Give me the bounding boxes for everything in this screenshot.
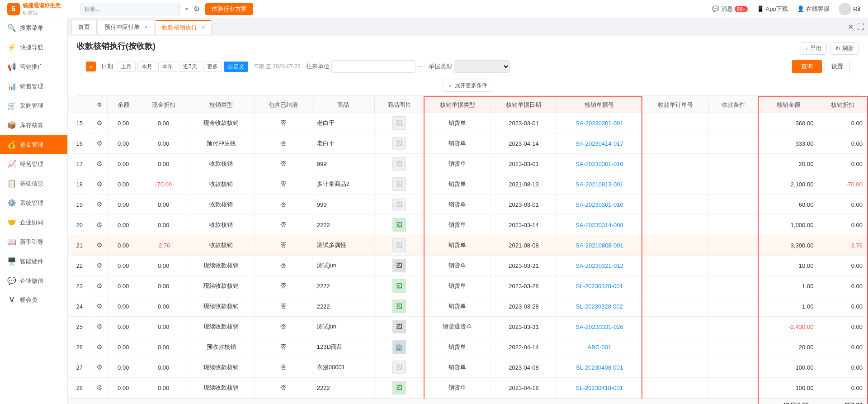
sidebar-item-sales[interactable]: 📊 销售管理 xyxy=(0,76,67,96)
sidebar-item-collab[interactable]: 🤝 企业协同 xyxy=(0,213,67,232)
online-service-button[interactable]: 👤 在线客服 xyxy=(797,5,830,13)
baodan-link[interactable]: SL-20230418-001 xyxy=(576,385,623,391)
sidebar-item-member[interactable]: V 畅会员 xyxy=(0,290,67,309)
td-xianjin: 0.00 xyxy=(139,154,188,174)
sidebar-item-label: 基础信息 xyxy=(20,180,43,188)
td-baodantype: 销货单 xyxy=(424,337,491,357)
maximize-button[interactable]: ⛶ xyxy=(857,23,864,31)
row-gear-icon[interactable]: ⚙ xyxy=(96,261,102,270)
td-baohan: 否 xyxy=(255,133,312,154)
row-gear-icon[interactable]: ⚙ xyxy=(96,180,102,188)
app-download-button[interactable]: 📱 App下载 xyxy=(757,5,788,13)
table-container[interactable]: ⚙ 余额 现金折扣 核销类型 包含已结清 商品 商品图片 核销单据类型 核销单据… xyxy=(68,96,868,404)
row-gear-icon[interactable]: ⚙ xyxy=(96,323,102,331)
sidebar-item-inventory[interactable]: 📦 库存核算 xyxy=(0,115,67,135)
inventory-icon: 📦 xyxy=(7,121,16,129)
message-button[interactable]: 💬 消息 99+ xyxy=(712,5,748,13)
type-select[interactable] xyxy=(454,60,510,73)
date-btn-more[interactable]: 更多 xyxy=(203,62,222,72)
user-profile[interactable]: Rit xyxy=(839,3,861,15)
tab-home[interactable]: 首页 xyxy=(71,20,97,34)
table-row: 23 ⚙ 0.00 0.00 现续收款核销 否 2222 🖼 销货单 2023-… xyxy=(68,276,868,296)
tab-label: 预付冲应付单 xyxy=(104,23,140,31)
baodan-link[interactable]: SL-20230328-002 xyxy=(576,303,623,310)
sidebar-item-search[interactable]: 🔍 搜索菜单 xyxy=(0,18,67,38)
sidebar-item-marketing[interactable]: 📢 营销推广 xyxy=(0,57,67,76)
row-gear-icon[interactable]: ⚙ xyxy=(96,119,102,127)
tab-prepay[interactable]: 预付冲应付单 × xyxy=(98,20,154,34)
td-hexiaodiscount: 0.00 xyxy=(818,337,868,357)
marketing-icon: 📢 xyxy=(7,62,16,71)
trial-button[interactable]: 体验行业方案 xyxy=(205,3,253,15)
sidebar-item-purchase[interactable]: 🛒 采购管理 xyxy=(0,96,67,115)
baodan-link[interactable]: SA-20230414-017 xyxy=(576,140,623,147)
expand-icon: ∨ xyxy=(448,83,452,88)
search-input[interactable] xyxy=(80,3,180,15)
table-row: 18 ⚙ 0.00 -70.00 收款核销 否 多计量商品2 🖼 销货单 202… xyxy=(68,174,868,195)
table-row: 26 ⚙ 0.00 0.00 预收款核销 否 123D商品 🏢 销货单 2022… xyxy=(68,337,868,357)
td-baohan: 否 xyxy=(255,337,312,357)
tab-close-collection[interactable]: × xyxy=(202,24,205,31)
row-gear-icon[interactable]: ⚙ xyxy=(96,384,102,392)
date-btn-7days[interactable]: 近7天 xyxy=(179,62,201,72)
baodan-link[interactable]: ABC-001 xyxy=(587,344,611,351)
td-hexiaodiscount: -70.00 xyxy=(818,174,868,195)
baodan-link[interactable]: SA-20230321-012 xyxy=(576,262,623,269)
date-btn-last-month[interactable]: 上月 xyxy=(117,62,136,72)
baodan-link[interactable]: SL-20230408-001 xyxy=(576,364,623,371)
sidebar-item-basic[interactable]: 📋 基础信息 xyxy=(0,174,67,193)
row-gear-icon[interactable]: ⚙ xyxy=(96,200,102,209)
sidebar-item-label: 采购管理 xyxy=(20,102,43,110)
row-gear-icon[interactable]: ⚙ xyxy=(96,139,102,147)
th-settings: ⚙ xyxy=(91,97,108,113)
baodan-link[interactable]: SA-20210808-001 xyxy=(576,242,623,249)
td-rownum: 15 xyxy=(68,113,91,133)
row-gear-icon[interactable]: ⚙ xyxy=(96,302,102,310)
sidebar-item-quicknav[interactable]: ⚡ 快捷导航 xyxy=(0,38,67,57)
unit-input[interactable] xyxy=(331,60,415,73)
baodan-link[interactable]: SL-20230328-001 xyxy=(576,283,623,290)
app-download-label: App下载 xyxy=(766,5,788,13)
collapse-arrow[interactable]: » xyxy=(86,62,96,71)
row-gear-icon[interactable]: ⚙ xyxy=(96,221,102,229)
search-box[interactable] xyxy=(80,3,180,15)
sidebar-item-system[interactable]: ⚙️ 系统管理 xyxy=(0,193,67,213)
td-hexiaotype: 收款核销 xyxy=(188,174,255,195)
td-baodandate: 2023-03-28 xyxy=(491,276,557,296)
td-yue: 0.00 xyxy=(108,317,139,337)
gear-icon[interactable]: ⚙ xyxy=(193,5,200,13)
td-shangpinimg: 🖼 xyxy=(374,174,424,195)
tab-close-prepay[interactable]: × xyxy=(144,24,147,30)
sidebar-item-hardware[interactable]: 🖥️ 智能硬件 xyxy=(0,252,67,271)
td-baodantype: 销货单 xyxy=(424,235,491,256)
row-gear-icon[interactable]: ⚙ xyxy=(96,363,102,371)
query-button[interactable]: 查询 xyxy=(792,60,822,73)
chevron-down-icon[interactable]: ▾ xyxy=(185,6,188,12)
sidebar-item-finance[interactable]: 💰 资金管理 xyxy=(0,135,67,154)
date-btn-this-month[interactable]: 本月 xyxy=(137,62,156,72)
baodan-link[interactable]: SA-20230331-026 xyxy=(576,323,623,330)
date-btn-custom[interactable]: 自定义 xyxy=(224,62,248,72)
settings-button[interactable]: 设置 xyxy=(825,60,850,73)
baodan-link[interactable]: SA-20230301-001 xyxy=(576,120,623,127)
sidebar-item-guide[interactable]: 📖 新手引导 xyxy=(0,232,67,252)
close-tab-button[interactable]: ✕ xyxy=(848,23,854,31)
refresh-button[interactable]: ↻ 刷新 xyxy=(830,42,859,55)
baodan-link[interactable]: SA-20210813-001 xyxy=(576,181,623,188)
sidebar-item-wechat[interactable]: 💬 企业微信 xyxy=(0,271,67,290)
th-baodandate: 核销单据日期 xyxy=(491,97,557,113)
row-gear-icon[interactable]: ⚙ xyxy=(96,282,102,290)
tab-collection[interactable]: 收款核销执行 × xyxy=(155,20,212,34)
td-baohan: 否 xyxy=(255,235,312,256)
baodan-link[interactable]: SA-20230301-010 xyxy=(576,161,623,167)
unit-dots-icon[interactable]: ··· xyxy=(417,62,423,71)
expand-button[interactable]: ∨ 展开更多条件 xyxy=(443,80,493,92)
date-btn-this-year[interactable]: 本年 xyxy=(158,62,177,72)
row-gear-icon[interactable]: ⚙ xyxy=(96,241,102,249)
sidebar-item-management[interactable]: 📈 经营管理 xyxy=(0,154,67,174)
row-gear-icon[interactable]: ⚙ xyxy=(96,343,102,351)
baodan-link[interactable]: SA-20230301-010 xyxy=(576,201,623,208)
baodan-link[interactable]: SA-20230314-008 xyxy=(576,222,623,228)
row-gear-icon[interactable]: ⚙ xyxy=(96,160,102,168)
export-button[interactable]: ↑ 导出 xyxy=(801,42,827,55)
